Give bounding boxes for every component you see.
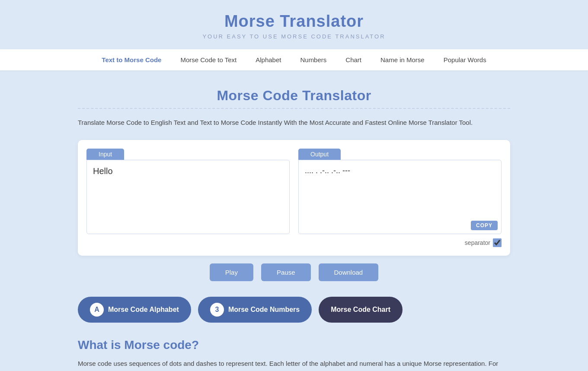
tab-alphabet-label: Morse Code Alphabet [108,306,179,314]
input-textarea[interactable] [86,160,290,234]
input-panel: Input [86,149,290,236]
what-is-text: Morse code uses sequences of dots and da… [78,358,510,371]
what-is-title: What is Morse code? [78,338,510,352]
tab-numbers[interactable]: 3 Morse Code Numbers [198,297,312,323]
nav-alphabet[interactable]: Alphabet [246,49,291,70]
tab-alphabet[interactable]: A Morse Code Alphabet [78,297,191,323]
main-content: Morse Code Translator Translate Morse Co… [69,70,519,371]
copy-button[interactable]: COPY [471,221,498,230]
nav-chart[interactable]: Chart [336,49,371,70]
site-title: Morse Translator [0,12,588,31]
main-nav: Text to Morse Code Morse Code to Text Al… [0,49,588,70]
tab-chart[interactable]: Morse Code Chart [319,297,403,323]
nav-numbers[interactable]: Numbers [291,49,336,70]
action-buttons: Play Pause Download [78,263,510,281]
site-subtitle: Your Easy to Use Morse Code Translator [0,33,588,40]
alphabet-icon: A [90,303,104,317]
separator-checkbox[interactable] [493,238,502,247]
numbers-icon: 3 [210,303,224,317]
tab-buttons: A Morse Code Alphabet 3 Morse Code Numbe… [78,297,510,323]
output-area: .... . .-.. .-.. --- COPY [298,160,502,234]
output-label: Output [298,149,341,160]
tab-chart-label: Morse Code Chart [331,306,390,314]
output-panel: Output .... . .-.. .-.. --- COPY [298,149,502,236]
nav-name-in-morse[interactable]: Name in Morse [371,49,434,70]
site-header: Morse Translator Your Easy to Use Morse … [0,0,588,70]
separator-label: separator [465,239,490,246]
pause-button[interactable]: Pause [261,263,311,281]
output-wrapper: .... . .-.. .-.. --- COPY [298,160,502,234]
download-button[interactable]: Download [319,263,379,281]
tab-numbers-label: Morse Code Numbers [228,306,300,314]
what-is-section: What is Morse code? Morse code uses sequ… [78,338,510,371]
page-title: Morse Code Translator [78,88,510,104]
panels: Input Output .... . .-.. .-.. --- COPY [86,149,502,236]
translator-box: Input Output .... . .-.. .-.. --- COPY s… [78,140,510,256]
description: Translate Morse Code to English Text and… [78,117,510,128]
title-divider [78,108,510,109]
play-button[interactable]: Play [210,263,253,281]
nav-popular-words[interactable]: Popular Words [434,49,496,70]
input-label: Input [86,149,124,160]
nav-text-to-morse[interactable]: Text to Morse Code [92,49,171,70]
nav-morse-to-text[interactable]: Morse Code to Text [171,49,246,70]
output-text: .... . .-.. .-.. --- [305,166,350,175]
separator-row: separator [86,238,502,247]
